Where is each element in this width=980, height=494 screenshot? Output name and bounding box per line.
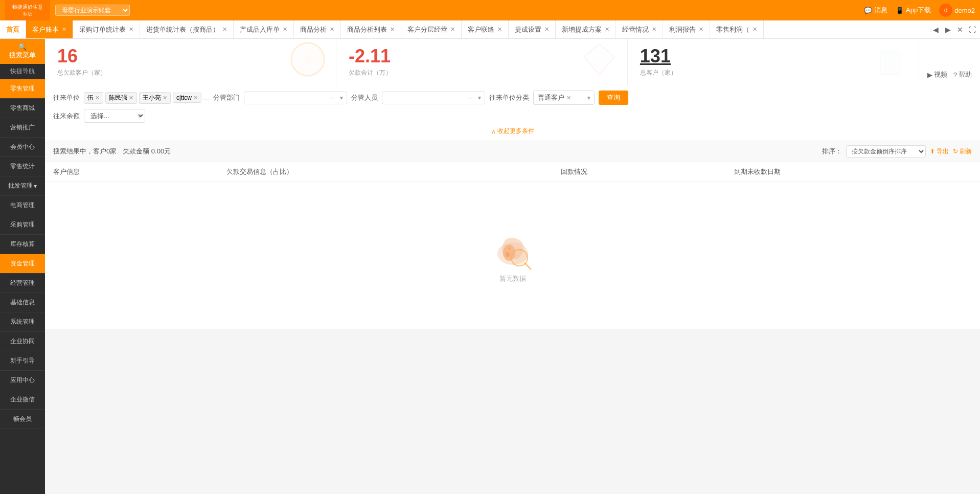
tab-new-commission[interactable]: 新增提成方案 ✕ (556, 20, 616, 38)
stat-card-customers: ¥ 16 总欠款客户（家） (45, 39, 336, 85)
stat-card-total: 131 总客户（家） (628, 39, 919, 85)
search-button[interactable]: 查询 (599, 91, 628, 105)
tab-operations[interactable]: 经营情况 ✕ (616, 20, 663, 38)
export-btn[interactable]: ⬆ 导出 (930, 147, 949, 156)
sidebar-item-retail-mall[interactable]: 零售商城 (0, 99, 45, 118)
sidebar-item-inventory[interactable]: 库存核算 (0, 235, 45, 254)
results-bar: 搜索结果中，客户0家 欠款金额 0.00元 排序： 按欠款金额倒序排序 ⬆ 导出… (45, 141, 980, 162)
table-body: 暂无数据 (45, 182, 980, 330)
tab-goods-analysis[interactable]: 商品分析 ✕ (294, 20, 341, 38)
svg-point-15 (503, 244, 515, 261)
close-tab-goods-analysis[interactable]: ✕ (330, 26, 334, 33)
close-tab-customer-tier[interactable]: ✕ (450, 26, 455, 33)
stat-label-total: 总客户（家） (640, 69, 677, 77)
close-tab-retail-profit[interactable]: ✕ (753, 26, 757, 33)
tab-goods-analysis-list[interactable]: 商品分析列表 ✕ (341, 20, 401, 38)
remove-unit-chen[interactable]: ✕ (129, 95, 133, 101)
close-tab-new-commission[interactable]: ✕ (605, 26, 609, 33)
tab-next-btn[interactable]: ▶ (942, 24, 953, 35)
more-unit-tags[interactable]: ... (203, 94, 209, 102)
col-owed-info: 欠款交易信息（占比） (218, 162, 553, 182)
tab-purchase-stats[interactable]: 进货单统计表（按商品） ✕ (140, 20, 234, 38)
content-area: ¥ 16 总欠款客户（家） -2.11 欠款合计（万） (45, 39, 980, 494)
app-download-btn[interactable]: 📱 App下载 (896, 6, 931, 15)
close-tab-customer-ledger[interactable]: ✕ (62, 26, 66, 33)
svg-rect-7 (890, 54, 892, 57)
stat-bg-diamond-icon (581, 41, 617, 83)
help-icon: ? (953, 71, 957, 79)
tab-close-all-btn[interactable]: ✕ (954, 24, 966, 35)
sidebar-item-system[interactable]: 系统管理 (0, 312, 45, 332)
tab-profit-report[interactable]: 利润报告 ✕ (663, 20, 710, 38)
filter-row-2: 往来余额 选择... ▼ (53, 109, 972, 123)
sidebar-search[interactable]: 🔍 搜索菜单 (0, 39, 45, 64)
sidebar-item-chang-member[interactable]: 畅会员 (0, 410, 45, 429)
remove-unit-cjttcw[interactable]: ✕ (193, 95, 198, 101)
tab-customer-ledger[interactable]: 客户账本 ✕ (26, 20, 73, 38)
svg-rect-10 (890, 60, 892, 63)
sidebar-item-finance[interactable]: 资金管理 (0, 254, 45, 274)
close-tab-operations[interactable]: ✕ (652, 26, 656, 33)
filter-area: 往来单位 伍 ✕ 陈民强 ✕ 王小亮 ✕ cjttcw (45, 85, 980, 141)
close-tab-goods-analysis-list[interactable]: ✕ (390, 26, 395, 33)
sidebar-item-enterprise-collab[interactable]: 企业协同 (0, 332, 45, 351)
video-help-btn[interactable]: ▶ 视频 (927, 70, 947, 79)
close-tab-finished-goods[interactable]: ✕ (283, 26, 287, 33)
remove-unit-wang[interactable]: ✕ (163, 95, 167, 101)
message-icon: 💬 (864, 7, 872, 14)
user-menu[interactable]: d demo2 (939, 4, 975, 17)
sidebar-item-beginner[interactable]: 新手引导 (0, 351, 45, 371)
close-tab-purchase-order[interactable]: ✕ (129, 26, 133, 33)
sidebar-item-app-center[interactable]: 应用中心 (0, 371, 45, 390)
person-more-icon[interactable]: ··· (469, 94, 474, 101)
sidebar-item-operations[interactable]: 经营管理 (0, 274, 45, 293)
tab-customer-tier[interactable]: 客户分层经营 ✕ (401, 20, 462, 38)
sidebar-item-purchase[interactable]: 采购管理 (0, 215, 45, 235)
tab-customer-contact[interactable]: 客户联络 ✕ (462, 20, 509, 38)
svg-text:¥: ¥ (303, 52, 312, 68)
sidebar-item-retail[interactable]: 零售管理 (0, 79, 45, 99)
sidebar-item-wholesale[interactable]: 批发管理 ▾ (0, 176, 45, 196)
stat-value-customers: 16 (57, 47, 78, 65)
demo-account-select[interactable]: 母婴行业演示账套 (55, 5, 130, 16)
stat-label-customers: 总欠款客户（家） (57, 69, 106, 77)
close-tab-customer-contact[interactable]: ✕ (497, 26, 502, 33)
search-summary: 搜索结果中，客户0家 (53, 147, 117, 156)
sort-label: 排序： (822, 147, 842, 156)
close-tab-commission-settings[interactable]: ✕ (544, 26, 549, 33)
sidebar-item-basic-info[interactable]: 基础信息 (0, 293, 45, 312)
collapse-filters-btn[interactable]: ∧ 收起更多条件 (491, 127, 534, 136)
tab-prev-btn[interactable]: ◀ (930, 24, 941, 35)
remainder-select[interactable]: 选择... (84, 109, 145, 123)
logo-area: 畅捷通好生意 标版 (5, 0, 50, 20)
sidebar-item-retail-stats[interactable]: 零售统计 (0, 157, 45, 176)
search-icon: 🔍 (18, 43, 27, 51)
sidebar-item-ecommerce[interactable]: 电商管理 (0, 196, 45, 215)
sidebar-item-member[interactable]: 会员中心 (0, 138, 45, 157)
logo-sub: 标版 (23, 11, 32, 17)
sort-select[interactable]: 按欠款金额倒序排序 (846, 145, 926, 158)
nav-tabs-bar: 首页 客户账本 ✕ 采购订单统计表 ✕ 进货单统计表（按商品） ✕ 产成品入库单… (0, 20, 980, 39)
refresh-icon: ↻ (953, 148, 958, 155)
svg-rect-8 (894, 54, 896, 57)
sidebar-item-marketing[interactable]: 营销推广 (0, 118, 45, 138)
chevron-up-icon: ∧ (491, 128, 496, 135)
sidebar-item-wechat-work[interactable]: 企业微信 (0, 390, 45, 410)
tab-commission-settings[interactable]: 提成设置 ✕ (509, 20, 556, 38)
sidebar-quick-nav[interactable]: 快捷导航 (0, 64, 45, 79)
tab-retail-profit[interactable]: 零售利润（ ✕ (710, 20, 764, 38)
refresh-btn[interactable]: ↻ 刷新 (953, 147, 972, 156)
tab-purchase-order[interactable]: 采购订单统计表 ✕ (73, 20, 140, 38)
close-tab-profit-report[interactable]: ✕ (699, 26, 703, 33)
close-tab-purchase-stats[interactable]: ✕ (222, 26, 227, 33)
messages-btn[interactable]: 💬 消息 (864, 6, 887, 15)
remove-unit-type-tag[interactable]: ✕ (566, 95, 571, 101)
person-select-wrapper: ▼ ··· (382, 92, 485, 104)
tab-fullscreen-btn[interactable]: ⛶ (967, 24, 978, 35)
tab-home[interactable]: 首页 (0, 20, 26, 38)
remove-unit-wu[interactable]: ✕ (95, 95, 100, 101)
data-table: 客户信息 欠款交易信息（占比） 回款情况 到期未收款日期 (45, 162, 980, 330)
dept-more-icon[interactable]: ··· (331, 94, 336, 101)
help-btn[interactable]: ? 帮助 (953, 70, 972, 79)
tab-finished-goods[interactable]: 产成品入库单 ✕ (234, 20, 294, 38)
